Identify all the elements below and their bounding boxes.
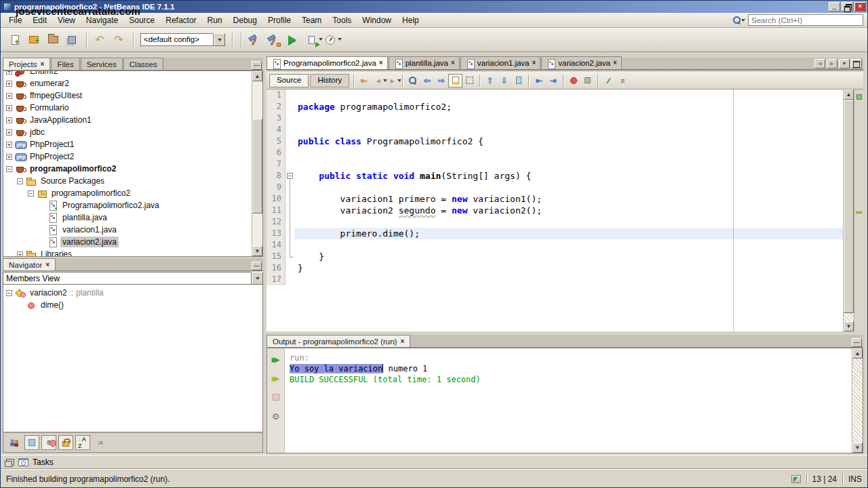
close-icon[interactable]: ×: [41, 62, 45, 67]
tree-item-label[interactable]: variacion2 :: plantilla: [28, 287, 106, 298]
menu-run[interactable]: Run: [202, 14, 228, 27]
code-line[interactable]: 2package programapolimorfico2;: [267, 101, 843, 113]
stop-macro-button[interactable]: [580, 74, 595, 87]
previous-bookmark-button[interactable]: ⇧: [483, 74, 497, 87]
tree-item-label[interactable]: plantilla.java: [60, 212, 109, 223]
tree-row[interactable]: +EnumI2: [3, 71, 252, 77]
tree-item-label[interactable]: jdbc: [28, 127, 47, 138]
tree-item-label[interactable]: variacion1.java: [60, 224, 119, 235]
tree-toggle-icon[interactable]: −: [6, 166, 12, 172]
tasks-bar[interactable]: Tasks: [1, 455, 867, 468]
tree-toggle-icon[interactable]: +: [6, 105, 12, 111]
undo-button[interactable]: ↶: [91, 31, 108, 49]
tree-toggle-icon[interactable]: −: [17, 178, 23, 184]
update-icon[interactable]: [791, 475, 801, 483]
menu-refactor[interactable]: Refactor: [160, 14, 201, 27]
scroll-down-icon[interactable]: ▼: [252, 246, 262, 256]
minimize-panel-button[interactable]: —: [252, 61, 262, 70]
close-icon[interactable]: ×: [400, 339, 404, 344]
maximize-window-icon[interactable]: [851, 59, 862, 68]
code-line[interactable]: 8− public static void main(String[] args…: [267, 170, 843, 182]
tree-toggle-icon[interactable]: +: [6, 154, 12, 160]
navigator-view-selector[interactable]: Members View: [3, 272, 263, 285]
tree-toggle-icon[interactable]: +: [6, 81, 12, 87]
menu-profile[interactable]: Profile: [262, 14, 296, 27]
tree-item-label[interactable]: dime(): [39, 300, 66, 310]
tab-navigator[interactable]: Navigator ×: [3, 258, 56, 270]
tree-item-label[interactable]: Formulario: [28, 102, 71, 113]
tree-item-label[interactable]: programapolimorfico2: [50, 188, 132, 199]
profile-project-button[interactable]: [321, 31, 339, 49]
window-group-icon[interactable]: [6, 459, 14, 466]
tree-row[interactable]: −programapolimorfico2: [3, 187, 252, 199]
tasks-icon[interactable]: [18, 458, 28, 466]
sort-by-source-button[interactable]: [92, 435, 107, 450]
shift-left-button[interactable]: ⇤: [532, 74, 546, 87]
scroll-down-icon[interactable]: ▼: [852, 443, 863, 453]
next-bookmark-button[interactable]: ⇩: [497, 74, 511, 87]
tree-toggle-icon[interactable]: +: [6, 117, 12, 123]
editor-tab-variacion1-java[interactable]: variacion1.java×: [460, 56, 541, 69]
config-combo[interactable]: <default config>: [140, 33, 225, 46]
close-button[interactable]: ×: [854, 2, 866, 12]
scrollbar-thumb[interactable]: [844, 100, 854, 313]
sort-alphabetically-button[interactable]: AZ: [75, 435, 90, 450]
tree-row[interactable]: −programapolimorfico2: [3, 163, 252, 175]
close-icon[interactable]: ×: [613, 60, 617, 66]
build-project-button[interactable]: [245, 31, 263, 49]
show-inherited-button[interactable]: [7, 435, 22, 450]
tab-projects[interactable]: Projects×: [3, 58, 50, 70]
chevron-down-icon[interactable]: [214, 33, 225, 46]
rerun-with-different-parameters-button[interactable]: ▶▶: [269, 371, 283, 385]
code-line[interactable]: 15 }: [267, 251, 843, 262]
tree-item-label[interactable]: PhpProject1: [28, 139, 76, 150]
minimize-panel-button[interactable]: —: [252, 262, 262, 270]
code-line[interactable]: 9: [267, 182, 843, 193]
menu-tools[interactable]: Tools: [327, 14, 357, 27]
tree-item-label[interactable]: Source Packages: [39, 176, 106, 186]
chevron-down-icon[interactable]: [252, 272, 263, 285]
tree-row[interactable]: −Source Packages: [3, 175, 252, 187]
close-icon[interactable]: ×: [45, 262, 50, 268]
close-icon[interactable]: ×: [379, 60, 383, 66]
tree-toggle-icon[interactable]: +: [6, 129, 12, 136]
close-icon[interactable]: ×: [451, 60, 455, 66]
tab-files[interactable]: Files: [51, 58, 79, 70]
tree-row[interactable]: +PhpProject1: [3, 138, 252, 150]
new-project-button[interactable]: [25, 31, 43, 49]
menu-help[interactable]: Help: [397, 14, 425, 27]
forward-button[interactable]: ▸: [385, 74, 399, 87]
tree-row[interactable]: +PhpProject2: [3, 150, 252, 163]
tree-row[interactable]: +JavaApplication1: [3, 114, 252, 126]
tree-toggle-icon[interactable]: +: [17, 251, 23, 257]
toggle-bookmark-button[interactable]: [511, 74, 526, 87]
comment-button[interactable]: ∕∕: [601, 74, 615, 87]
tree-toggle-icon[interactable]: +: [6, 71, 12, 75]
search-input[interactable]: [748, 14, 863, 26]
tab-output[interactable]: Output - programapolimorfico2 (run) ×: [267, 335, 410, 347]
new-file-button[interactable]: [6, 31, 24, 49]
tree-row[interactable]: +enumerar2: [3, 77, 252, 89]
tree-row[interactable]: −variacion2 :: plantilla: [3, 287, 262, 299]
code-line[interactable]: 12: [267, 216, 843, 228]
clean-and-build-project-button[interactable]: [264, 31, 282, 49]
history-view-button[interactable]: History: [310, 74, 349, 87]
tree-toggle-icon[interactable]: −: [6, 290, 12, 296]
last-edit-position-button[interactable]: ⇤: [357, 74, 371, 87]
search-icon[interactable]: [730, 14, 748, 26]
find-previous-button[interactable]: ⇦: [420, 74, 434, 87]
code-line[interactable]: 5public class Programapolimorfico2 {: [267, 136, 843, 147]
output-console[interactable]: run:Yo soy la variacion numero 1BUILD SU…: [285, 348, 852, 453]
error-stripe[interactable]: [854, 89, 863, 331]
tree-row[interactable]: +ffmpegGUItest: [3, 89, 252, 102]
tab-list-dropdown-icon[interactable]: ▼: [839, 59, 850, 68]
save-all-button[interactable]: [63, 31, 81, 49]
editor-tab-programapolimorfico2-java[interactable]: Programapolimorfico2.java×: [267, 56, 388, 69]
scroll-tabs-left-icon[interactable]: ◀: [814, 59, 825, 68]
debug-project-button[interactable]: [302, 31, 320, 49]
show-fields-button[interactable]: [24, 435, 39, 450]
code-line[interactable]: 10 variacion1 primero = new variacion1()…: [267, 193, 843, 205]
shift-right-button[interactable]: ⇥: [546, 74, 560, 87]
tree-item-label[interactable]: JavaApplication1: [28, 115, 94, 125]
record-macro-button[interactable]: [566, 74, 580, 87]
